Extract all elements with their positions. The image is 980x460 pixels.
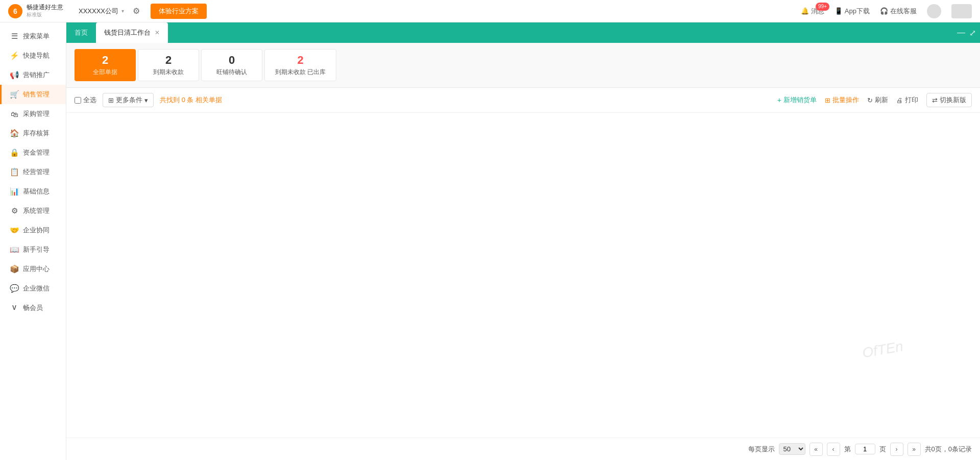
stat-tab-all[interactable]: 2 全部单据 [75, 49, 136, 81]
inventory-icon: 🏠 [10, 129, 19, 138]
header: 6 畅捷通好生意 标准版 XXXXXX公司 ▾ ⚙ 体验行业方案 🔔 消息 99… [0, 0, 980, 22]
switch-icon: ⇄ [932, 96, 938, 104]
sidebar-item-label: 新手引导 [23, 245, 50, 254]
switch-label: 切换新版 [940, 95, 966, 105]
print-label: 打印 [905, 95, 918, 105]
tab-home[interactable]: 首页 [66, 22, 96, 43]
stat-tab-overdue[interactable]: 2 到期未收款 [138, 49, 199, 81]
switch-version-button[interactable]: ⇄ 切换新版 [926, 93, 972, 107]
company-selector[interactable]: XXXXXX公司 ▾ [75, 5, 128, 18]
toolbar-left: 全选 ⊞ 更多条件 ▾ 共找到 0 条 相关单据 [75, 93, 771, 107]
stat-tab-pending[interactable]: 0 旺铺待确认 [201, 49, 262, 81]
try-industry-button[interactable]: 体验行业方案 [151, 4, 207, 19]
pagination: 每页显示 50 100 200 « ‹ 第 页 › » 共0页，0条记录 [66, 438, 980, 460]
stat-label-overdue: 到期未收款 [149, 68, 188, 77]
enterprise-coop-icon: 🤝 [10, 226, 19, 235]
sidebar-item-label: 销售管理 [23, 90, 50, 99]
logo-text-area: 畅捷通好生意 标准版 [27, 4, 63, 19]
enterprise-wechat-icon: 💬 [10, 284, 19, 293]
last-page-button[interactable]: » [908, 443, 921, 456]
tab-workbench[interactable]: 钱货日清工作台 ✕ [96, 22, 168, 43]
service-label: 在线客服 [890, 7, 917, 16]
tab-minimize-icon[interactable]: — [957, 28, 965, 37]
table-area [66, 113, 980, 438]
prev-page-button[interactable]: ‹ [827, 443, 840, 456]
stat-count-pending: 0 [212, 54, 252, 67]
sidebar-item-member[interactable]: V 畅会员 [0, 298, 66, 318]
settings-icon[interactable]: ⚙ [128, 3, 144, 19]
page-number-input[interactable] [855, 444, 875, 454]
sidebar-item-marketing[interactable]: 📢 营销推广 [0, 65, 66, 85]
stat-label-all: 全部单据 [85, 68, 125, 77]
user-dropdown[interactable] [951, 4, 972, 18]
print-icon: 🖨 [896, 96, 903, 104]
member-icon: V [10, 304, 19, 311]
app-icon: 📱 [835, 7, 843, 15]
sidebar-item-label: 企业协同 [23, 226, 50, 235]
batch-operation-button[interactable]: ⊞ 批量操作 [825, 95, 859, 105]
print-button[interactable]: 🖨 打印 [896, 95, 918, 105]
sidebar-item-search-menu[interactable]: ☰ 搜索菜单 [0, 27, 66, 46]
sidebar: ☰ 搜索菜单 ⚡ 快捷导航 📢 营销推广 🛒 销售管理 🛍 采购管理 🏠 库存核… [0, 22, 66, 460]
filter-label: 更多条件 [116, 95, 142, 105]
basic-icon: 📊 [10, 187, 19, 196]
per-page-select[interactable]: 50 100 200 [779, 443, 805, 455]
stat-label-overdue-out: 到期未收款 已出库 [275, 68, 326, 77]
app-download-button[interactable]: 📱 App下载 [835, 7, 870, 16]
select-all-input[interactable] [75, 97, 81, 104]
total-records: 共0页，0条记录 [925, 445, 972, 454]
sidebar-item-enterprise-wechat[interactable]: 💬 企业微信 [0, 279, 66, 298]
sidebar-item-enterprise-coop[interactable]: 🤝 企业协同 [0, 221, 66, 240]
refresh-label: 刷新 [875, 95, 888, 105]
add-sale-button[interactable]: + 新增销货单 [777, 95, 817, 105]
more-filter-button[interactable]: ⊞ 更多条件 ▾ [103, 93, 154, 107]
purchase-icon: 🛍 [10, 110, 19, 118]
messages-button[interactable]: 🔔 消息 99+ [801, 7, 824, 16]
toolbar: 全选 ⊞ 更多条件 ▾ 共找到 0 条 相关单据 + 新增销货单 [66, 88, 980, 113]
stat-tab-overdue-out[interactable]: 2 到期未收款 已出库 [264, 49, 336, 81]
chevron-filter-icon: ▾ [144, 96, 148, 104]
first-page-button[interactable]: « [810, 443, 823, 456]
sidebar-item-label: 库存核算 [23, 129, 50, 138]
system-icon: ⚙ [10, 206, 19, 215]
page-suffix: 页 [879, 445, 886, 454]
tab-bar: 首页 钱货日清工作台 ✕ — ⤢ [66, 22, 980, 43]
sidebar-item-system[interactable]: ⚙ 系统管理 [0, 201, 66, 221]
batch-icon: ⊞ [825, 96, 830, 104]
sidebar-item-capital[interactable]: 🔒 资金管理 [0, 143, 66, 162]
marketing-icon: 📢 [10, 70, 19, 80]
stat-count-all: 2 [85, 54, 125, 67]
logo-title: 畅捷通好生意 [27, 4, 63, 12]
app-label: App下载 [845, 7, 870, 16]
online-service-button[interactable]: 🎧 在线客服 [880, 7, 917, 16]
guide-icon: 📖 [10, 245, 19, 254]
sidebar-item-label: 快捷导航 [23, 51, 50, 60]
sidebar-item-operation[interactable]: 📋 经营管理 [0, 162, 66, 182]
next-page-button[interactable]: › [890, 443, 903, 456]
refresh-button[interactable]: ↻ 刷新 [867, 95, 888, 105]
select-all-checkbox[interactable]: 全选 [75, 95, 96, 105]
company-name: XXXXXX公司 [79, 7, 118, 16]
sidebar-item-sales[interactable]: 🛒 销售管理 [0, 85, 66, 104]
select-all-label: 全选 [83, 95, 96, 105]
sidebar-item-app-center[interactable]: 📦 应用中心 [0, 259, 66, 279]
logo-icon: 6 [8, 4, 22, 18]
capital-icon: 🔒 [10, 148, 19, 157]
bell-icon: 🔔 [801, 7, 809, 15]
app-center-icon: 📦 [10, 264, 19, 274]
sidebar-item-basic[interactable]: 📊 基础信息 [0, 182, 66, 201]
sidebar-item-label: 采购管理 [23, 109, 50, 118]
sidebar-item-inventory[interactable]: 🏠 库存核算 [0, 124, 66, 143]
sidebar-item-guide[interactable]: 📖 新手引导 [0, 240, 66, 259]
sidebar-item-label: 搜索菜单 [23, 32, 50, 41]
content-area: 2 全部单据 2 到期未收款 0 旺铺待确认 2 到期未收款 已出库 全选 [66, 43, 980, 460]
sidebar-item-quick-nav[interactable]: ⚡ 快捷导航 [0, 46, 66, 65]
tab-close-icon[interactable]: ✕ [155, 29, 160, 36]
tab-workbench-label: 钱货日清工作台 [104, 28, 151, 37]
sidebar-item-label: 企业微信 [23, 284, 50, 293]
sidebar-item-purchase[interactable]: 🛍 采购管理 [0, 104, 66, 124]
tab-maximize-icon[interactable]: ⤢ [969, 28, 976, 38]
avatar[interactable] [927, 4, 941, 18]
sidebar-item-label: 资金管理 [23, 148, 50, 157]
main-content: 2 全部单据 2 到期未收款 0 旺铺待确认 2 到期未收款 已出库 全选 [66, 43, 980, 460]
